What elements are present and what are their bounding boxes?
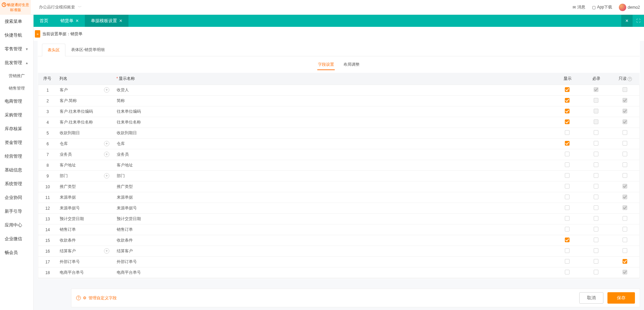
avatar xyxy=(619,4,626,11)
app-download-link[interactable]: ▢ App下载 xyxy=(592,4,612,10)
user-menu[interactable]: demo2 xyxy=(619,4,640,11)
account-selector[interactable]: 办公品行业模拟账套 ﹀ xyxy=(39,4,82,10)
top-header: 畅捷通好生意 标准版 办公品行业模拟账套 ﹀ ✉ 消息 ▢ App下载 demo… xyxy=(0,0,644,15)
messages-link[interactable]: ✉ 消息 xyxy=(573,4,585,10)
brand-sub: 标准版 xyxy=(10,7,21,12)
chevron-down-icon: ﹀ xyxy=(78,4,82,10)
message-icon: ✉ xyxy=(573,5,576,10)
brand-top: 畅捷通好生意 xyxy=(2,2,29,7)
brand-icon xyxy=(2,2,6,7)
brand-logo: 畅捷通好生意 标准版 xyxy=(0,0,31,15)
phone-icon: ▢ xyxy=(592,5,596,10)
